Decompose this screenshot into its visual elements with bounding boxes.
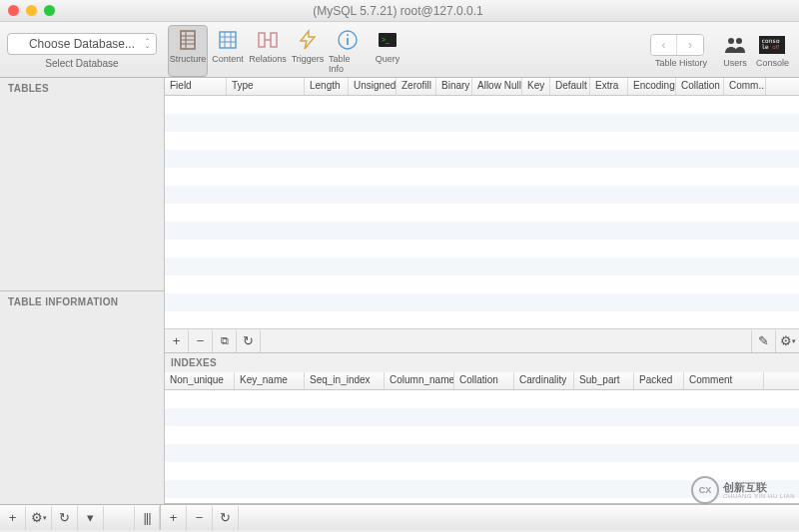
settings-button[interactable]: ⚙▾ <box>26 506 52 530</box>
column-header[interactable]: Allow Null <box>472 78 522 95</box>
column-header[interactable]: Collation <box>454 372 514 389</box>
column-header[interactable]: Sub_part <box>574 372 634 389</box>
column-header[interactable]: Default <box>550 78 590 95</box>
columns-icon: ||| <box>143 510 150 525</box>
tab-tableinfo[interactable]: Table Info <box>328 25 368 77</box>
tab-structure[interactable]: Structure <box>168 25 208 77</box>
history-back-button[interactable]: ‹ <box>651 35 677 55</box>
columns-button[interactable]: ||| <box>134 506 160 530</box>
content-area: FieldTypeLengthUnsignedZerofillBinaryAll… <box>165 78 799 504</box>
gear-icon: ⚙ <box>780 333 792 348</box>
tab-label: Query <box>376 54 400 64</box>
svg-rect-10 <box>259 33 265 47</box>
panel-toggle-button[interactable]: ▾ <box>78 506 104 530</box>
column-header[interactable]: Key <box>522 78 550 95</box>
query-icon: >_ <box>376 28 400 52</box>
fields-grid-body[interactable] <box>165 96 799 328</box>
watermark: CX 创新互联 CHUANG XIN HU LIAN <box>691 476 795 504</box>
column-header[interactable]: Key_name <box>235 372 305 389</box>
table-info-section: TABLE INFORMATION <box>0 290 164 504</box>
watermark-sub: CHUANG XIN HU LIAN <box>723 493 795 499</box>
view-tabs: Structure Content Relations Triggers Tab… <box>168 25 407 77</box>
add-button[interactable]: + <box>0 506 26 530</box>
close-window-button[interactable] <box>8 5 19 16</box>
indexes-header: INDEXES <box>165 353 799 372</box>
column-header[interactable]: Length <box>305 78 349 95</box>
zoom-window-button[interactable] <box>44 5 55 16</box>
column-header[interactable]: Encoding <box>628 78 676 95</box>
tab-label: Content <box>212 54 244 64</box>
refresh-fields-button[interactable]: ↻ <box>237 330 261 352</box>
main-area: TABLES TABLE INFORMATION FieldTypeLength… <box>0 78 799 504</box>
add-index-button[interactable]: + <box>161 506 187 530</box>
gear-icon: ⚙ <box>31 510 43 525</box>
column-header[interactable]: Column_name <box>385 372 454 389</box>
edit-field-button[interactable]: ✎ <box>751 330 775 352</box>
column-header[interactable]: Type <box>227 78 305 95</box>
tab-content[interactable]: Content <box>208 25 248 77</box>
column-header[interactable]: Cardinality <box>514 372 574 389</box>
history-label: Table History <box>655 58 707 68</box>
table-row <box>165 258 799 275</box>
console-icon: console off <box>759 36 785 54</box>
column-header[interactable]: Seq_in_index <box>305 372 385 389</box>
table-row <box>165 204 799 222</box>
column-header[interactable]: Field <box>165 78 227 95</box>
svg-text:>_: >_ <box>382 36 390 44</box>
column-header[interactable]: Packed <box>634 372 684 389</box>
table-row <box>165 275 799 293</box>
database-selector[interactable]: Choose Database... <box>7 33 157 55</box>
users-button[interactable]: Users <box>722 34 748 68</box>
remove-index-button[interactable]: − <box>187 506 213 530</box>
table-row <box>165 408 799 426</box>
tables-section: TABLES <box>0 78 164 290</box>
column-header[interactable]: Non_unique <box>165 372 235 389</box>
bottom-toolbar: + ⚙▾ ↻ ▾ ||| + − ↻ <box>0 504 799 530</box>
column-header[interactable]: Collation <box>676 78 724 95</box>
content-icon <box>216 28 240 52</box>
database-selector-label: Select Database <box>45 58 118 69</box>
tab-query[interactable]: >_ Query <box>368 25 407 77</box>
tab-label: Table Info <box>329 54 367 74</box>
table-row <box>165 311 799 328</box>
table-row <box>165 186 799 204</box>
indexes-column-headers: Non_uniqueKey_nameSeq_in_indexColumn_nam… <box>165 372 799 390</box>
users-label: Users <box>723 58 747 68</box>
tab-relations[interactable]: Relations <box>248 25 288 77</box>
column-header[interactable]: Zerofill <box>397 78 436 95</box>
table-row <box>165 293 799 311</box>
table-row <box>165 132 799 150</box>
add-field-button[interactable]: + <box>165 330 189 352</box>
svg-point-20 <box>736 38 742 44</box>
tableinfo-icon <box>336 28 360 52</box>
minimize-window-button[interactable] <box>26 5 37 16</box>
relations-icon <box>256 28 280 52</box>
refresh-button[interactable]: ↻ <box>52 506 78 530</box>
tables-header: TABLES <box>0 78 164 99</box>
main-toolbar: Choose Database... Select Database Struc… <box>0 22 799 78</box>
table-row <box>165 114 799 132</box>
column-header[interactable]: Binary <box>436 78 472 95</box>
refresh-index-button[interactable]: ↻ <box>213 506 239 530</box>
watermark-text: 创新互联 <box>723 482 795 493</box>
field-settings-button[interactable]: ⚙▾ <box>775 330 799 352</box>
column-header[interactable]: Extra <box>590 78 628 95</box>
remove-field-button[interactable]: − <box>189 330 213 352</box>
table-row <box>165 240 799 258</box>
table-info-header: TABLE INFORMATION <box>0 291 164 312</box>
column-header[interactable]: Unsigned <box>349 78 397 95</box>
duplicate-field-button[interactable]: ⧉ <box>213 330 237 352</box>
tab-triggers[interactable]: Triggers <box>288 25 328 77</box>
users-icon <box>723 35 747 55</box>
svg-rect-11 <box>271 33 277 47</box>
database-selector-text: Choose Database... <box>29 37 135 51</box>
watermark-logo: CX <box>691 476 719 504</box>
table-row <box>165 96 799 114</box>
column-header[interactable]: Comment <box>684 372 764 389</box>
column-header[interactable]: Comm... <box>724 78 766 95</box>
console-button[interactable]: console off Console <box>756 34 789 68</box>
history-forward-button[interactable]: › <box>677 35 703 55</box>
table-row <box>165 150 799 168</box>
window-titlebar: (MySQL 5.7.21) root@127.0.0.1 <box>0 0 799 22</box>
fields-action-bar: + − ⧉ ↻ ✎ ⚙▾ <box>165 328 799 352</box>
